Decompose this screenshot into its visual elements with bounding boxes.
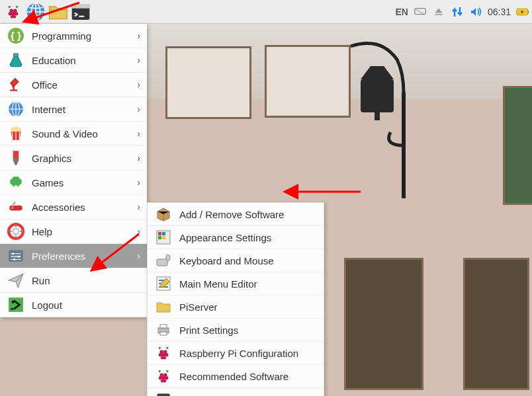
chevron-right-icon: › (137, 202, 140, 212)
clock[interactable]: 06:31 (488, 7, 511, 17)
submenu-item-appearance-settings[interactable]: Appearance Settings (148, 226, 324, 249)
menu-item-label: Preferences (32, 251, 85, 262)
submenu-item-label: Appearance Settings (179, 232, 271, 243)
menu-item-label: Internet (32, 104, 66, 115)
submenu-item-raspberry-pi-config[interactable]: Raspberry Pi Configuration (148, 342, 324, 365)
monitor-icon (154, 390, 173, 396)
raspberry-icon (154, 367, 173, 385)
svg-rect-41 (157, 259, 167, 266)
svg-point-33 (13, 258, 15, 260)
menu-item-help[interactable]: Help › (0, 219, 147, 244)
svg-point-27 (12, 208, 13, 209)
menu-item-label: Logout (32, 299, 62, 311)
preferences-submenu: Add / Remove Software Appearance Setting… (147, 202, 324, 396)
lifebuoy-icon (7, 222, 25, 241)
menu-item-accessories[interactable]: Accessories › (0, 195, 147, 219)
battery-tray-icon[interactable] (516, 5, 529, 19)
menu-item-office[interactable]: Office › (0, 73, 147, 97)
svg-rect-39 (158, 236, 161, 239)
menu-item-run[interactable]: Run (0, 268, 147, 293)
submenu-item-label: Raspberry Pi Configuration (179, 348, 298, 359)
svg-rect-0 (361, 79, 394, 112)
terminal-launcher[interactable] (70, 2, 91, 22)
chevron-right-icon: › (137, 30, 140, 41)
svg-rect-26 (9, 206, 22, 211)
menu-item-label: Education (32, 55, 76, 66)
menu-item-label: Office (32, 79, 58, 91)
raspberry-icon (154, 344, 173, 362)
menu-item-preferences[interactable]: Preferences › (0, 244, 147, 268)
submenu-item-recommended-software[interactable]: Recommended Software (148, 365, 324, 388)
taskbar: EN 06:31 (0, 0, 532, 24)
menu-item-label: Games (32, 177, 64, 188)
chevron-right-icon: › (137, 251, 140, 261)
svg-point-24 (18, 128, 21, 132)
paper-plane-icon (7, 271, 25, 290)
submenu-item-label: Screen Configuration (179, 394, 273, 397)
network-tray-icon[interactable] (451, 5, 464, 19)
svg-rect-16 (528, 10, 529, 13)
svg-point-31 (12, 253, 14, 255)
folder-server-icon (154, 297, 173, 316)
folder-icon (48, 1, 69, 22)
submenu-item-keyboard-mouse[interactable]: Keyboard and Mouse (148, 249, 324, 272)
package-icon (154, 205, 173, 223)
svg-text:{ }: { } (11, 30, 21, 41)
menu-item-education[interactable]: Education › (0, 48, 147, 73)
globe-icon (25, 1, 46, 22)
start-menu-button[interactable] (3, 2, 24, 22)
svg-rect-13 (72, 4, 90, 9)
web-browser-launcher[interactable] (25, 2, 46, 22)
menu-item-internet[interactable]: Internet › (0, 97, 147, 122)
menu-item-games[interactable]: Games › (0, 171, 147, 195)
menu-item-label: Graphics (32, 153, 71, 164)
chevron-right-icon: › (137, 128, 140, 139)
submenu-item-label: PiServer (179, 301, 218, 313)
svg-rect-46 (160, 332, 167, 335)
swiss-knife-icon (7, 198, 25, 216)
submenu-item-label: Main Menu Editor (179, 278, 257, 290)
menu-item-label: Run (32, 275, 50, 286)
braces-icon: { } (7, 26, 25, 45)
submenu-item-main-menu-editor[interactable]: Main Menu Editor (148, 272, 324, 296)
submenu-item-label: Print Settings (179, 325, 238, 336)
submenu-item-label: Add / Remove Software (179, 209, 284, 220)
keyboard-layout-indicator[interactable]: EN (396, 7, 408, 17)
svg-rect-37 (158, 232, 161, 235)
printer-icon (154, 321, 173, 339)
chevron-right-icon: › (137, 55, 140, 65)
chevron-right-icon: › (137, 153, 140, 163)
menu-item-programming[interactable]: { } Programming › (0, 24, 147, 48)
svg-point-60 (163, 379, 167, 383)
submenu-item-print-settings[interactable]: Print Settings (148, 319, 324, 342)
svg-point-22 (11, 127, 15, 132)
svg-rect-25 (13, 151, 19, 158)
chevron-right-icon: › (137, 177, 140, 188)
svg-rect-30 (9, 250, 23, 261)
submenu-item-screen-configuration[interactable]: Screen Configuration (148, 388, 324, 396)
menu-item-sound-video[interactable]: Sound & Video › (0, 122, 147, 146)
submenu-item-add-remove-software[interactable]: Add / Remove Software (148, 203, 324, 226)
popcorn-icon (7, 124, 25, 143)
eject-tray-icon[interactable] (432, 5, 445, 19)
chevron-right-icon: › (137, 104, 140, 114)
svg-point-7 (15, 12, 19, 16)
sliders-icon (7, 247, 25, 265)
menu-item-logout[interactable]: Logout (0, 293, 147, 317)
svg-point-32 (18, 255, 20, 257)
chevron-right-icon: › (137, 79, 140, 90)
svg-rect-2 (375, 112, 380, 120)
svg-point-42 (166, 255, 170, 261)
lamp-icon (7, 75, 25, 94)
exit-icon (7, 296, 25, 314)
theme-icon (154, 228, 173, 247)
flask-icon (7, 51, 25, 69)
svg-point-29 (13, 229, 19, 235)
file-manager-launcher[interactable] (48, 2, 69, 22)
start-menu: { } Programming › Education › Office › I… (0, 24, 147, 317)
menu-item-graphics[interactable]: Graphics › (0, 146, 147, 171)
volume-tray-icon[interactable] (469, 5, 482, 19)
display-tray-icon[interactable] (414, 5, 427, 19)
brush-icon (7, 149, 25, 167)
submenu-item-piserver[interactable]: PiServer (148, 296, 324, 319)
